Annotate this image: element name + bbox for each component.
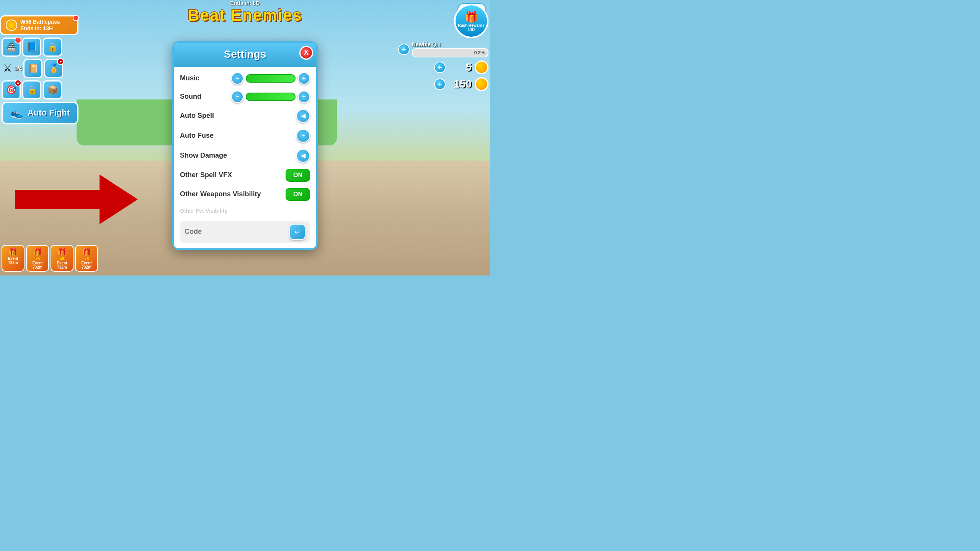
- other-pet-label: Other Pet Visibility: [180, 207, 310, 215]
- other-weapons-label: Other Weapons Visibility: [180, 190, 286, 198]
- settings-modal: Settings X Music − +: [172, 41, 318, 250]
- other-spell-vfx-toggle[interactable]: ON: [286, 169, 310, 182]
- auto-fuse-row: Auto Fuse +: [180, 127, 310, 144]
- auto-spell-arrow-icon: ◀: [301, 112, 305, 119]
- show-damage-row: Show Damage ◀: [180, 147, 310, 164]
- auto-fuse-label: Auto Fuse: [180, 132, 296, 140]
- music-volume-bar: [246, 74, 296, 83]
- music-row: Music − +: [180, 71, 310, 86]
- auto-spell-row: Auto Spell ◀: [180, 108, 310, 124]
- sound-volume-control: − +: [231, 91, 310, 103]
- code-enter-button[interactable]: ↵: [289, 224, 305, 240]
- auto-fuse-plus-icon: +: [301, 132, 305, 139]
- music-decrease-btn[interactable]: −: [231, 72, 243, 85]
- plus-icon: +: [302, 75, 305, 82]
- enter-icon: ↵: [294, 227, 301, 236]
- modal-title: Settings: [224, 48, 266, 60]
- close-icon: X: [304, 49, 309, 57]
- other-spell-vfx-value: ON: [293, 172, 302, 178]
- sound-label: Sound: [180, 93, 231, 101]
- other-weapons-toggle[interactable]: ON: [286, 188, 310, 201]
- sound-plus-icon: +: [302, 93, 305, 100]
- show-damage-toggle[interactable]: ◀: [296, 149, 310, 163]
- sound-volume-bar: [246, 93, 296, 101]
- other-spell-vfx-label: Other Spell VFX: [180, 171, 286, 179]
- close-button[interactable]: X: [299, 46, 313, 60]
- other-spell-vfx-row: Other Spell VFX ON: [180, 167, 310, 183]
- music-label: Music: [180, 74, 231, 82]
- auto-fuse-toggle[interactable]: +: [296, 129, 310, 143]
- sound-row: Sound − +: [180, 89, 310, 104]
- music-increase-btn[interactable]: +: [298, 72, 310, 85]
- modal-overlay: Settings X Music − +: [0, 0, 490, 276]
- other-weapons-value: ON: [293, 191, 302, 197]
- show-damage-arrow-icon: ◀: [301, 152, 305, 159]
- code-row: ↵: [180, 221, 310, 243]
- modal-body: Music − + Sound −: [174, 67, 316, 248]
- other-weapons-row: Other Weapons Visibility ON: [180, 186, 310, 202]
- sound-decrease-btn[interactable]: −: [231, 91, 243, 103]
- minus-icon: −: [235, 75, 239, 82]
- modal-header: Settings X: [174, 43, 316, 67]
- auto-spell-toggle[interactable]: ◀: [296, 109, 310, 123]
- other-pet-row: Other Pet Visibility: [180, 205, 310, 216]
- auto-spell-label: Auto Spell: [180, 112, 296, 120]
- sound-increase-btn[interactable]: +: [298, 91, 310, 103]
- music-volume-control: − +: [231, 72, 310, 85]
- code-input[interactable]: [185, 228, 289, 236]
- sound-minus-icon: −: [235, 93, 239, 100]
- show-damage-label: Show Damage: [180, 152, 296, 160]
